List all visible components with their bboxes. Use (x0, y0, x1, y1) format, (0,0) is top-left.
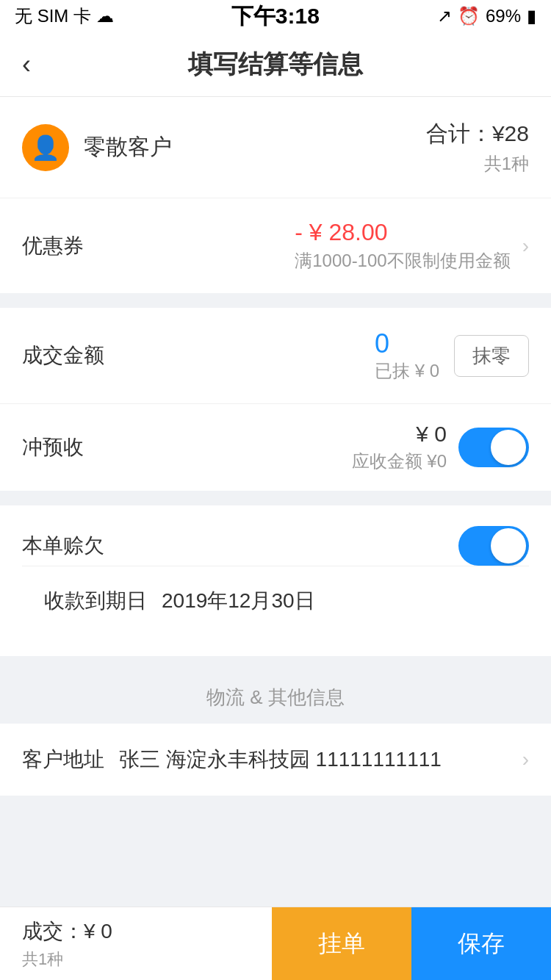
customer-totals: 合计：¥28 共1种 (426, 119, 529, 176)
battery-level: 69% (486, 6, 521, 26)
prepayment-label: 冲预收 (22, 433, 84, 461)
battery-icon: ▮ (527, 6, 536, 26)
transaction-row: 成交金额 0 已抹 ¥ 0 抹零 (0, 308, 551, 403)
bottom-count: 共1种 (22, 948, 250, 970)
content-area: 👤 零散客户 合计：¥28 共1种 优惠券 - ¥ 28.00 满1000-10… (0, 97, 551, 957)
alarm-icon: ⏰ (458, 6, 480, 26)
coupon-description: 满1000-100不限制使用金额 (295, 249, 510, 273)
logistics-header: 物流 & 其他信息 (0, 671, 551, 724)
avatar-icon: 👤 (31, 134, 60, 162)
nav-bar: ‹ 填写结算等信息 (0, 32, 551, 97)
customer-row: 👤 零散客户 合计：¥28 共1种 (0, 97, 551, 198)
debit-toggle-knob (491, 528, 526, 563)
sim-status: 无 SIM 卡 ☁ (15, 4, 114, 28)
logistics-title: 物流 & 其他信息 (206, 685, 345, 710)
transaction-section: 成交金额 0 已抹 ¥ 0 抹零 冲预收 ¥ 0 应收金额 ¥0 (0, 308, 551, 491)
location-icon: ↗ (437, 6, 452, 26)
logistics-section: 客户地址 张三 海淀永丰科技园 11111111111 › (0, 724, 551, 796)
coupon-label: 优惠券 (22, 232, 84, 260)
transaction-amount[interactable]: 0 (375, 328, 439, 359)
customer-info: 👤 零散客户 (22, 124, 172, 171)
avatar: 👤 (22, 124, 69, 171)
debit-label: 本单赊欠 (22, 532, 104, 560)
bottom-bar: 成交：¥ 0 共1种 挂单 保存 (0, 907, 551, 980)
coupon-right: - ¥ 28.00 满1000-100不限制使用金额 › (295, 219, 529, 273)
page-title: 填写结算等信息 (188, 48, 363, 82)
status-bar-time: 下午3:18 (231, 1, 320, 32)
prepayment-values: ¥ 0 应收金额 ¥0 (352, 422, 447, 473)
total-amount: 合计：¥28 (426, 119, 529, 149)
transaction-values: 0 已抹 ¥ 0 (375, 328, 439, 383)
coupon-discount: - ¥ 28.00 (295, 219, 510, 246)
coupon-values: - ¥ 28.00 满1000-100不限制使用金额 (295, 219, 510, 273)
debit-section: 本单赊欠 收款到期日 2019年12月30日 (0, 505, 551, 656)
total-count: 共1种 (426, 152, 529, 176)
due-date-row: 收款到期日 2019年12月30日 (22, 566, 529, 635)
prepayment-row: 冲预收 ¥ 0 应收金额 ¥0 (0, 403, 551, 491)
address-value: 张三 海淀永丰科技园 11111111111 (119, 746, 522, 774)
save-button[interactable]: 保存 (411, 907, 551, 980)
status-bar-right: ↗ ⏰ 69% ▮ (437, 6, 536, 26)
debit-content: 本单赊欠 收款到期日 2019年12月30日 (0, 505, 551, 656)
bottom-amount: 成交：¥ 0 (22, 918, 250, 945)
debit-row: 本单赊欠 (22, 526, 529, 566)
customer-section: 👤 零散客户 合计：¥28 共1种 优惠券 - ¥ 28.00 满1000-10… (0, 97, 551, 293)
address-chevron-icon: › (522, 748, 529, 771)
customer-name: 零散客户 (84, 132, 172, 162)
debit-toggle[interactable] (458, 526, 529, 566)
pending-button[interactable]: 挂单 (272, 907, 411, 980)
transaction-right: 0 已抹 ¥ 0 抹零 (375, 328, 529, 383)
status-bar: 无 SIM 卡 ☁ 下午3:18 ↗ ⏰ 69% ▮ (0, 0, 551, 32)
already-rounded: 已抹 ¥ 0 (375, 359, 439, 383)
bottom-amount-label: 成交： (22, 920, 84, 943)
bottom-summary: 成交：¥ 0 共1种 (0, 907, 272, 980)
due-date-label: 收款到期日 (44, 587, 147, 615)
toggle-knob (491, 430, 526, 465)
bottom-amount-value: ¥ 0 (84, 920, 112, 943)
prepayment-right: ¥ 0 应收金额 ¥0 (352, 422, 529, 473)
prepayment-receivable: 应收金额 ¥0 (352, 450, 447, 473)
prepayment-amount: ¥ 0 (352, 422, 447, 447)
prepayment-toggle[interactable] (458, 428, 529, 467)
round-button[interactable]: 抹零 (454, 335, 529, 377)
back-button[interactable]: ‹ (22, 49, 31, 80)
due-date-value[interactable]: 2019年12月30日 (162, 587, 315, 615)
address-row[interactable]: 客户地址 张三 海淀永丰科技园 11111111111 › (0, 724, 551, 796)
chevron-right-icon: › (522, 234, 529, 258)
address-label: 客户地址 (22, 746, 104, 774)
transaction-label: 成交金额 (22, 342, 104, 370)
status-bar-left: 无 SIM 卡 ☁ (15, 4, 114, 28)
coupon-row[interactable]: 优惠券 - ¥ 28.00 满1000-100不限制使用金额 › (0, 198, 551, 293)
